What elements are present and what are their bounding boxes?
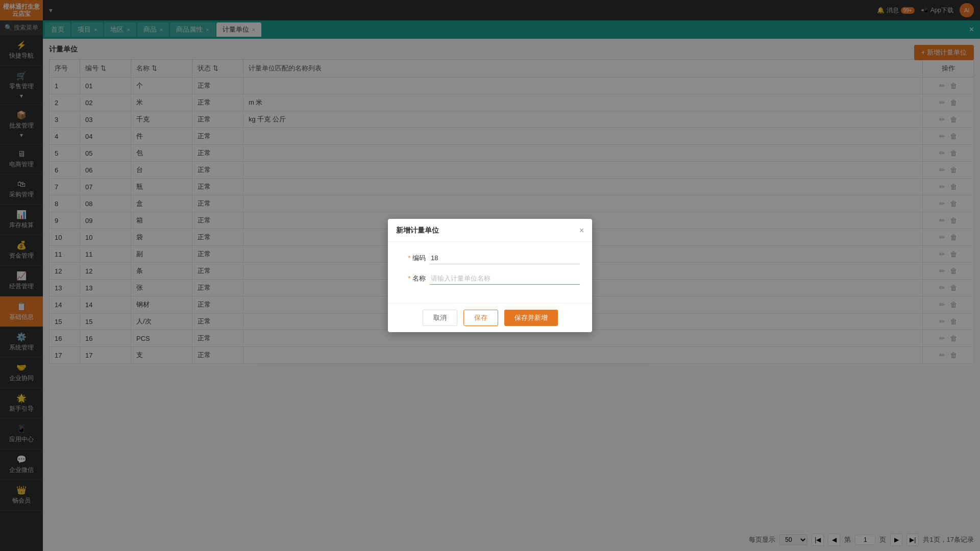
- modal-footer: 取消 保存 保存并新增: [388, 303, 592, 332]
- modal-header: 新增计量单位 ×: [388, 219, 592, 242]
- name-label: 名称: [400, 274, 426, 283]
- name-row: 名称: [400, 272, 580, 285]
- save-button[interactable]: 保存: [463, 310, 498, 326]
- save-and-new-button[interactable]: 保存并新增: [504, 310, 558, 326]
- modal-body: 编码 名称: [388, 242, 592, 303]
- add-unit-modal: 新增计量单位 × 编码 名称 取消 保存 保存并新增: [388, 219, 592, 332]
- code-label: 编码: [400, 254, 426, 263]
- cancel-button[interactable]: 取消: [423, 310, 457, 326]
- code-row: 编码: [400, 252, 580, 264]
- modal-overlay: 新增计量单位 × 编码 名称 取消 保存 保存并新增: [0, 0, 980, 551]
- modal-title: 新增计量单位: [396, 226, 439, 235]
- modal-close-btn[interactable]: ×: [579, 226, 584, 235]
- name-input[interactable]: [430, 272, 580, 285]
- code-input[interactable]: [430, 252, 580, 264]
